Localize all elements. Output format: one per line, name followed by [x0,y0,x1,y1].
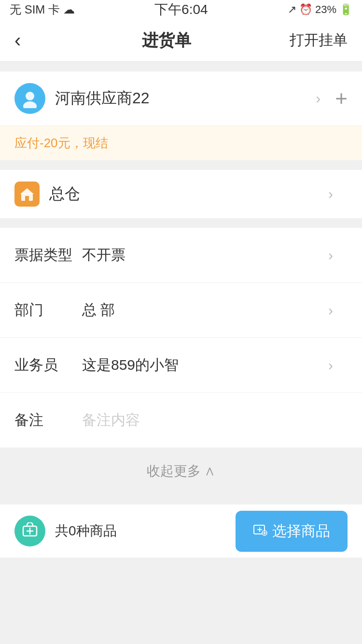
form-card: 票据类型 不开票 › 部门 总 部 › 业务员 这是859的小智 › 备注 备注… [0,228,362,448]
collapse-text: 收起更多 ∧ [147,462,216,480]
open-pending-button[interactable]: 打开挂单 [290,30,348,50]
product-cart-icon [14,516,45,546]
remark-label: 备注 [14,410,82,430]
alarm-icon: ⏰ [299,3,312,16]
select-product-icon [253,522,267,540]
select-product-label: 选择商品 [272,521,330,541]
add-supplier-button[interactable]: + [335,88,348,109]
salesman-value: 这是859的小智 [82,355,328,375]
notice-bar: 应付-20元，现结 [0,126,362,160]
warehouse-card: 总仓 › [0,170,362,218]
salesman-label: 业务员 [14,355,82,375]
department-label: 部门 [14,300,82,320]
warehouse-name: 总仓 [49,183,328,205]
product-count: 共0种商品 [55,522,236,540]
department-value: 总 部 [82,300,328,320]
status-bar: 无 SIM 卡 ☁ 下午6:04 ↗ ⏰ 23% 🔋 [0,0,362,19]
invoice-type-arrow-icon: › [328,247,333,264]
salesman-row[interactable]: 业务员 这是859的小智 › [0,337,362,392]
status-bar-time: 下午6:04 [154,0,208,19]
invoice-type-value: 不开票 [82,245,328,265]
battery-icon: 🔋 [339,3,352,16]
department-arrow-icon: › [328,302,333,319]
section-gap-3 [0,218,362,228]
salesman-arrow-icon: › [328,357,333,374]
invoice-type-row[interactable]: 票据类型 不开票 › [0,228,362,282]
svg-point-1 [23,101,37,108]
sim-label: 无 SIM 卡 ☁ [10,2,75,17]
battery-label: 23% [315,3,336,16]
section-gap-1 [0,62,362,71]
location-icon: ↗ [288,3,296,16]
status-bar-right: ↗ ⏰ 23% 🔋 [288,3,352,16]
warehouse-arrow-icon: › [328,186,333,202]
supplier-card: 河南供应商22 › + 应付-20元，现结 [0,71,362,160]
svg-point-0 [26,92,34,100]
nav-bar: ‹ 进货单 打开挂单 [0,19,362,62]
supplier-arrow-icon: › [316,90,320,107]
section-gap-2 [0,160,362,170]
page-title: 进货单 [142,29,191,52]
warehouse-row[interactable]: 总仓 › [0,170,362,218]
remark-row[interactable]: 备注 备注内容 [0,392,362,448]
back-button[interactable]: ‹ [14,29,43,51]
select-product-button[interactable]: 选择商品 [236,511,348,552]
svg-marker-3 [20,188,34,194]
collapse-row[interactable]: 收起更多 ∧ [0,448,362,495]
bottom-bar: 共0种商品 选择商品 [0,504,362,558]
remark-input[interactable]: 备注内容 [82,410,348,430]
invoice-type-label: 票据类型 [14,245,82,265]
supplier-row[interactable]: 河南供应商22 › + [0,71,362,126]
status-bar-left: 无 SIM 卡 ☁ [10,2,75,17]
supplier-avatar [14,83,45,114]
section-gap-4 [0,495,362,504]
warehouse-icon [14,182,40,207]
supplier-name: 河南供应商22 [55,88,316,109]
svg-rect-4 [25,196,29,201]
department-row[interactable]: 部门 总 部 › [0,282,362,337]
